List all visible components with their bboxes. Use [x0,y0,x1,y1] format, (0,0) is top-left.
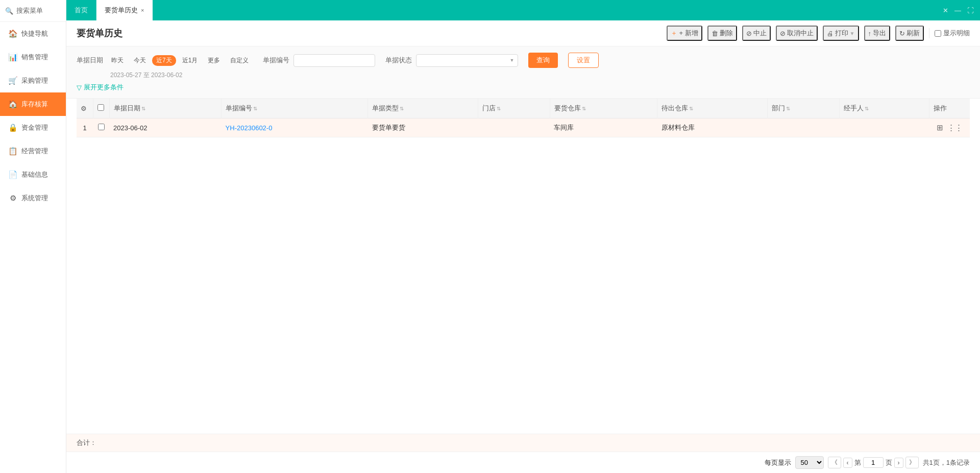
col-header-req_warehouse[interactable]: 要货仓库⇅ [550,99,657,119]
docstatus-select[interactable] [416,54,518,67]
sidebar-item-purchase-mgmt[interactable]: 🛒采购管理 [0,69,66,92]
col-label-pending_warehouse: 待出仓库 [662,104,688,112]
last-page-button[interactable]: 》 [905,457,919,468]
cell-handler-0 [839,119,929,137]
doc-no-link-0[interactable]: YH-20230602-0 [226,124,273,132]
tab-label-requisition-history: 要货单历史 [105,6,138,15]
date-chip-更多[interactable]: 更多 [204,55,224,66]
print-button[interactable]: 🖨 打印 ▼ [823,26,859,41]
sidebar-label-inventory: 库存核算 [21,100,48,109]
sidebar-label-sales-mgmt: 销售管理 [21,53,48,62]
pagination-bar: 每页显示 2050100200 《 ‹ 第 页 › 》 共1页，1条记录 [66,452,980,473]
finance-mgmt-icon: 🔒 [8,123,17,132]
quick-nav-icon: 🏠 [8,29,17,38]
refresh-button[interactable]: ↻ 刷新 [895,26,924,41]
table-settings-icon[interactable]: ⚙ [81,105,87,112]
col-label-store: 门店 [482,104,496,112]
col-header-handler[interactable]: 经手人⇅ [839,99,929,119]
col-label-doc_date: 单据日期 [114,104,140,112]
sidebar-label-sys-mgmt: 系统管理 [21,194,48,203]
query-button[interactable]: 查询 [528,53,558,68]
sidebar-item-base-info[interactable]: 📄基础信息 [0,163,66,186]
first-page-button[interactable]: 《 [828,457,841,468]
expand-filter-btn[interactable]: ▽ 展开更多条件 [77,83,970,92]
docstatus-filter-group: 单据状态 [385,54,518,67]
search-icon: 🔍 [5,7,13,15]
select-all-checkbox[interactable] [97,104,104,111]
topbar-right: ✕ — ⛶ [943,7,980,14]
show-detail-checkbox[interactable] [935,30,941,37]
window-minimize-icon[interactable]: — [954,7,961,14]
sidebar-item-sys-mgmt[interactable]: ⚙系统管理 [0,186,66,210]
settings-button[interactable]: 设置 [568,53,599,68]
date-chip-近7天[interactable]: 近7天 [152,55,176,66]
cancel-stop-button[interactable]: ⊘ 取消中止 [776,26,818,41]
print-icon: 🖨 [827,30,834,37]
cell-department-0 [767,119,839,137]
tab-requisition-history[interactable]: 要货单历史× [96,0,153,20]
sort-icon-req_warehouse[interactable]: ⇅ [582,106,586,111]
table-area: ⚙单据日期⇅单据编号⇅单据类型⇅门店⇅要货仓库⇅待出仓库⇅部门⇅经手人⇅操作 1… [66,99,980,434]
print-dropdown-icon: ▼ [850,31,855,36]
inventory-icon: 🏠 [8,100,17,109]
row-checkbox-0[interactable] [93,119,109,137]
window-close-icon[interactable]: ✕ [943,7,948,14]
export-button[interactable]: ↑ 导出 [864,26,891,41]
stop-button[interactable]: ⊘ 中止 [742,26,771,41]
sidebar-label-finance-mgmt: 资金管理 [21,123,48,132]
col-header-store[interactable]: 门店⇅ [478,99,550,119]
sales-mgmt-icon: 📊 [8,53,17,62]
more-action-icon-0[interactable]: ⋮⋮ [947,123,963,132]
sort-icon-doc_date[interactable]: ⇅ [141,106,145,111]
data-table: ⚙单据日期⇅单据编号⇅单据类型⇅门店⇅要货仓库⇅待出仓库⇅部门⇅经手人⇅操作 1… [77,99,970,137]
tab-home[interactable]: 首页 [66,0,96,20]
docstatus-select-wrapper [416,54,518,67]
table-row[interactable]: 12023-06-02YH-20230602-0要货单要货车间库原材料仓库 ⊞ … [77,119,970,137]
page-input[interactable] [863,457,884,468]
tab-close-requisition-history[interactable]: × [141,7,144,13]
sidebar-search[interactable]: 🔍 搜索菜单 [0,0,66,22]
sort-icon-doc_type[interactable]: ⇅ [400,106,404,111]
view-action-icon-0[interactable]: ⊞ [937,123,943,132]
sidebar-item-inventory[interactable]: 🏠库存核算 [0,92,66,116]
table-footer: 合计： [66,434,980,452]
col-header-doc_type[interactable]: 单据类型⇅ [368,99,478,119]
sidebar-item-ops-mgmt[interactable]: 📋经营管理 [0,139,66,163]
window-maximize-icon[interactable]: ⛶ [967,7,974,14]
sort-icon-store[interactable]: ⇅ [497,106,501,111]
page-size-select[interactable]: 2050100200 [795,456,824,469]
cell-doc-no-0[interactable]: YH-20230602-0 [222,119,368,137]
docno-input[interactable] [293,54,375,67]
filter-second-row: 2023-05-27 至 2023-06-02 [77,70,970,80]
row-select-0[interactable] [98,124,105,130]
sidebar-item-quick-nav[interactable]: 🏠快捷导航 [0,22,66,45]
refresh-icon: ↻ [899,30,905,37]
date-chip-昨天[interactable]: 昨天 [107,55,128,66]
delete-button[interactable]: 🗑 删除 [707,26,737,41]
sidebar-label-base-info: 基础信息 [21,170,48,179]
toolbar: ＋ + 新增 🗑 删除 ⊘ 中止 ⊘ 取消中止 🖨 打印 [667,26,970,41]
page-info: 共1页，1条记录 [923,458,970,467]
date-chip-今天[interactable]: 今天 [130,55,150,66]
sort-icon-doc_no[interactable]: ⇅ [253,106,257,111]
date-filter-group: 单据日期 昨天今天近7天近1月更多自定义 [77,55,253,66]
page-nav: 《 ‹ 第 页 › 》 [828,457,919,468]
sort-icon-department[interactable]: ⇅ [786,106,790,111]
col-header-settings[interactable]: ⚙ [77,99,93,119]
show-detail-toggle[interactable]: 显示明细 [935,29,970,38]
col-header-department[interactable]: 部门⇅ [767,99,839,119]
col-header-doc_no[interactable]: 单据编号⇅ [222,99,368,119]
col-label-doc_type: 单据类型 [372,104,399,112]
col-header-doc_date[interactable]: 单据日期⇅ [109,99,222,119]
topbar: 首页要货单历史× ✕ — ⛶ [66,0,980,20]
prev-page-button[interactable]: ‹ [843,458,852,468]
new-button[interactable]: ＋ + 新增 [667,26,702,41]
date-chip-近1月[interactable]: 近1月 [178,55,202,66]
sort-icon-handler[interactable]: ⇅ [865,106,869,111]
sidebar-item-sales-mgmt[interactable]: 📊销售管理 [0,45,66,69]
sidebar-item-finance-mgmt[interactable]: 🔒资金管理 [0,116,66,139]
next-page-button[interactable]: › [894,458,903,468]
date-chip-自定义[interactable]: 自定义 [226,55,253,66]
sort-icon-pending_warehouse[interactable]: ⇅ [689,106,693,111]
col-header-pending_warehouse[interactable]: 待出仓库⇅ [657,99,768,119]
